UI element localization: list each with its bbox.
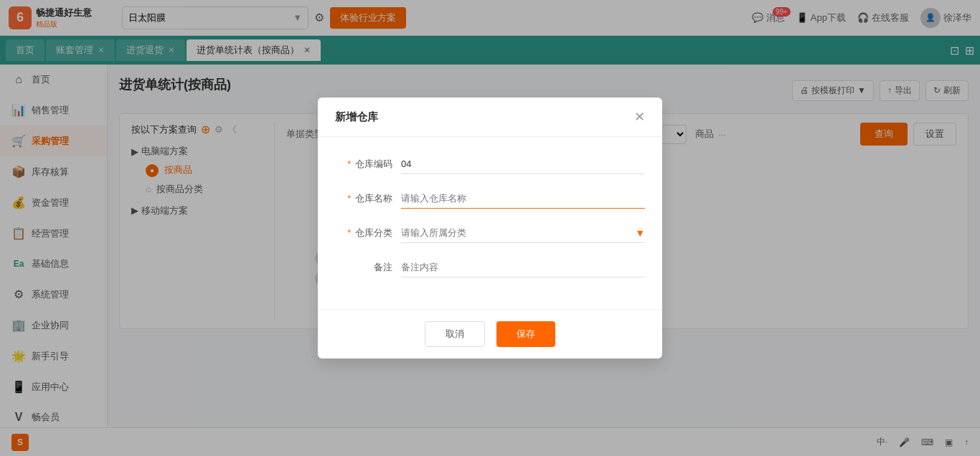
name-input[interactable] (401, 189, 645, 209)
name-label: * 仓库名称 (335, 192, 392, 205)
form-row-category: * 仓库分类 ▼ (335, 223, 645, 243)
form-row-code: * 仓库编码 (335, 154, 645, 174)
modal-close-button[interactable]: ✕ (634, 109, 645, 125)
code-label: * 仓库编码 (335, 158, 392, 171)
required-mark-name: * (347, 193, 351, 204)
modal-new-warehouse: 新增仓库 ✕ * 仓库编码 * 仓库名称 (318, 98, 662, 358)
note-input[interactable] (401, 257, 645, 277)
modal-footer: 取消 保存 (318, 309, 662, 358)
save-button[interactable]: 保存 (496, 321, 555, 347)
form-row-note: 备注 (335, 257, 645, 277)
modal-body: * 仓库编码 * 仓库名称 * 仓库分类 (318, 137, 662, 309)
category-select-row[interactable]: ▼ (401, 223, 645, 243)
note-label: 备注 (335, 261, 392, 274)
modal-title: 新增仓库 (335, 110, 378, 124)
modal-overlay: 新增仓库 ✕ * 仓库编码 * 仓库名称 (0, 0, 980, 456)
required-mark-code: * (347, 158, 351, 169)
cancel-button[interactable]: 取消 (425, 321, 485, 347)
modal-header: 新增仓库 ✕ (318, 98, 662, 137)
code-input[interactable] (401, 154, 645, 174)
category-input[interactable] (401, 223, 635, 242)
form-row-name: * 仓库名称 (335, 189, 645, 209)
category-dropdown-icon[interactable]: ▼ (635, 227, 645, 239)
category-label: * 仓库分类 (335, 227, 392, 239)
required-mark-category: * (347, 227, 351, 238)
